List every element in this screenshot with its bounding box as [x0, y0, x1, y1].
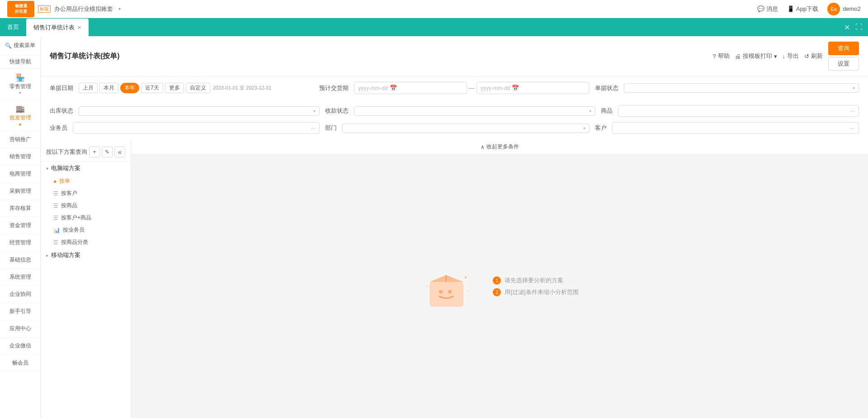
last-month-btn[interactable]: 上月	[79, 83, 98, 93]
sidebar-item-system[interactable]: 系统管理	[0, 269, 40, 286]
sidebar-item-retail[interactable]: 🏪 零售管理 ▾	[0, 69, 40, 100]
this-year-btn[interactable]: 本年	[120, 83, 139, 93]
message-button[interactable]: 💬 消息	[757, 5, 778, 13]
this-month-btn[interactable]: 本月	[99, 83, 118, 93]
sidebar-item-apps[interactable]: 应用中心	[0, 320, 40, 337]
message-label: 消息	[766, 5, 778, 13]
sidebar-item-newbie-label: 新手引导	[9, 308, 31, 315]
date-range-display: 2023-01-01 至 2023-12-31	[213, 85, 272, 91]
settings-button[interactable]: 设置	[828, 57, 859, 71]
expected-delivery-end-input[interactable]: yyyy-mm-dd 📅	[476, 82, 590, 94]
tab-close-window-icon[interactable]: ✕	[842, 21, 852, 33]
main-layout: 🔍 搜索菜单 快捷导航 🏪 零售管理 ▾ 🏬 批发管理 ▲ 营销推广 销售管理 …	[0, 36, 868, 418]
salesperson-more-icon[interactable]: ···	[311, 124, 316, 132]
by-customer-goods-label: 按客户+商品	[61, 214, 91, 222]
tree-group-mobile[interactable]: ▸ 移动端方案	[41, 248, 131, 262]
customer-more-icon[interactable]: ···	[849, 124, 855, 132]
salesperson-select[interactable]: ···	[73, 122, 320, 134]
search-menu-button[interactable]: 🔍 搜索菜单	[3, 40, 38, 51]
sidebar-item-sales[interactable]: 销售管理	[0, 148, 40, 166]
sidebar-item-purchase[interactable]: 采购管理	[0, 183, 40, 200]
wholesale-icon: 🏬	[16, 104, 25, 113]
tip-number-2: 2	[493, 288, 501, 296]
user-profile[interactable]: Ea demo2	[827, 3, 861, 15]
company-dropdown-icon[interactable]: ▾	[118, 6, 121, 11]
sidebar: 🔍 搜索菜单 快捷导航 🏪 零售管理 ▾ 🏬 批发管理 ▲ 营销推广 销售管理 …	[0, 36, 41, 418]
logo: 畅捷通 好生意	[7, 1, 34, 17]
tree-item-by-salesperson[interactable]: 📊 按业务员	[48, 224, 131, 236]
empty-tip-1: 1 请先选择要分析的方案	[493, 276, 578, 285]
tip-text-2: 用[过滤]条件来缩小分析范围	[505, 288, 578, 296]
left-panel-area: 按以下方案查询 + ✎ « ▾ 电脑端方案 ● 按单	[41, 139, 868, 418]
topbar-left: 畅捷通 好生意 标版 办公用品行业模拟账套 ▾	[7, 1, 121, 17]
department-label: 部门	[325, 124, 337, 132]
sidebar-item-wechat-label: 企业微信	[9, 342, 31, 350]
refresh-button[interactable]: ↺ 刷新	[804, 52, 823, 60]
page-actions: ? 帮助 🖨 按模板打印 ▾ ↓ 导出 ↺ 刷新 查询	[712, 42, 859, 76]
payment-status-select[interactable]: ▾	[354, 106, 595, 116]
help-button[interactable]: ? 帮助	[712, 52, 729, 60]
tabbar-right: ✕ ⛶	[842, 21, 868, 33]
panel-toolbar: + ✎ «	[89, 147, 125, 157]
sidebar-item-operation[interactable]: 经营管理	[0, 234, 40, 252]
customer-select[interactable]: ···	[612, 122, 859, 134]
empty-illustration	[420, 259, 475, 314]
tree-children-pc: ● 按单 ☰ 按客户 ☰ 按商品 ☰ 按客户+商品	[41, 175, 131, 248]
filter-row-3: 业务员 ··· 部门 ▾ 客户 ···	[50, 122, 859, 139]
tree-group-pc[interactable]: ▾ 电脑端方案	[41, 162, 131, 175]
goods-label: 商品	[601, 107, 613, 115]
tab-sales-order-stats[interactable]: 销售订单统计表 ✕	[26, 19, 89, 37]
date-filter-group: 上月 本月 本年 近7天 更多 自定义 2023-01-01 至 2023-12…	[79, 83, 314, 93]
tree-group-pc-label: 电脑端方案	[51, 164, 80, 172]
sidebar-item-member[interactable]: 畅会员	[0, 355, 40, 372]
tree-item-by-order[interactable]: ● 按单	[48, 175, 131, 187]
expected-delivery-start-input[interactable]: yyyy-mm-dd 📅	[354, 82, 467, 94]
app-download-button[interactable]: 📱 App下载	[787, 5, 818, 13]
collapse-more-bar[interactable]: ∧ 收起更多条件	[131, 139, 868, 155]
doc-status-select[interactable]: ▾	[624, 83, 859, 93]
sidebar-item-basic-label: 基础信息	[9, 256, 31, 264]
sidebar-item-enterprise[interactable]: 企业协同	[0, 286, 40, 303]
tree-item-by-customer[interactable]: ☰ 按客户	[48, 187, 131, 200]
sidebar-item-finance[interactable]: 资金管理	[0, 217, 40, 234]
export-button[interactable]: ↓ 导出	[783, 52, 799, 60]
sidebar-item-purchase-label: 采购管理	[9, 187, 31, 195]
tree-item-by-customer-goods[interactable]: ☰ 按客户+商品	[48, 212, 131, 224]
print-button[interactable]: 🖨 按模板打印 ▾	[735, 52, 777, 60]
help-icon: ?	[712, 53, 716, 60]
custom-date-btn[interactable]: 自定义	[186, 83, 210, 93]
tab-close-icon[interactable]: ✕	[77, 25, 81, 31]
topbar-right: 💬 消息 📱 App下载 Ea demo2	[757, 3, 861, 15]
department-select[interactable]: ▾	[342, 124, 589, 133]
goods-more-icon[interactable]: ···	[849, 107, 855, 114]
sidebar-item-wholesale-label: 批发管理	[9, 114, 31, 122]
sidebar-item-ecommerce[interactable]: 电商管理	[0, 166, 40, 183]
by-salesperson-label: 按业务员	[63, 226, 85, 234]
add-scheme-button[interactable]: +	[89, 147, 100, 157]
search-menu-label: 搜索菜单	[14, 42, 35, 49]
more-date-btn[interactable]: 更多	[165, 83, 184, 93]
goods-select[interactable]: ···	[618, 105, 859, 117]
collapse-panel-button[interactable]: «	[114, 147, 125, 157]
tree-item-by-category[interactable]: ☰ 按商品分类	[48, 236, 131, 248]
sidebar-item-wholesale[interactable]: 🏬 批发管理 ▲	[0, 100, 40, 131]
empty-content: 1 请先选择要分析的方案 2 用[过滤]条件来缩小分析范围	[420, 259, 578, 314]
sidebar-item-wechat[interactable]: 企业微信	[0, 337, 40, 355]
tree-arrow-right-icon: ▸	[46, 253, 48, 258]
svg-point-2	[448, 290, 452, 294]
topbar: 畅捷通 好生意 标版 办公用品行业模拟账套 ▾ 💬 消息 📱 App下载 Ea …	[0, 0, 868, 18]
tab-expand-icon[interactable]: ⛶	[854, 21, 864, 33]
tree-item-by-goods[interactable]: ☰ 按商品	[48, 200, 131, 212]
last-7-days-btn[interactable]: 近7天	[141, 83, 163, 93]
sidebar-item-basic[interactable]: 基础信息	[0, 252, 40, 269]
tab-home[interactable]: 首页	[0, 18, 26, 36]
wholesale-chevron-icon: ▲	[18, 122, 22, 126]
sidebar-item-newbie[interactable]: 新手引导	[0, 303, 40, 320]
query-button[interactable]: 查询	[828, 42, 859, 55]
sidebar-item-operation-label: 经营管理	[9, 239, 31, 247]
out-status-select[interactable]: ▾	[79, 106, 320, 116]
sidebar-item-apps-label: 应用中心	[9, 325, 31, 332]
edit-scheme-button[interactable]: ✎	[102, 147, 113, 157]
sidebar-item-inventory[interactable]: 库存核算	[0, 200, 40, 217]
sidebar-item-marketing[interactable]: 营销推广	[0, 131, 40, 148]
